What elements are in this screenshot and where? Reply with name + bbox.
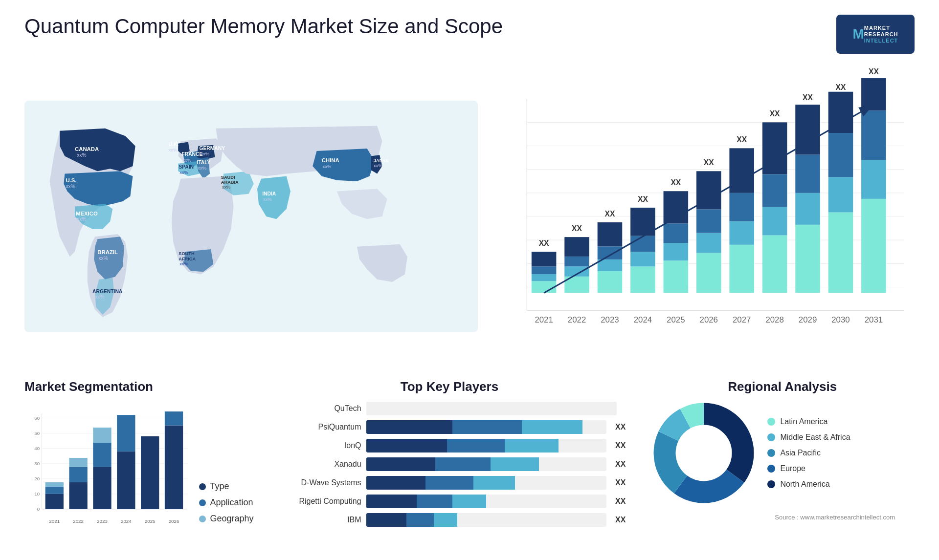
- svg-text:2023: 2023: [601, 315, 619, 324]
- svg-text:2023: 2023: [97, 518, 108, 524]
- svg-rect-64: [664, 223, 689, 243]
- svg-rect-82: [795, 225, 820, 293]
- svg-text:xx%: xx%: [198, 166, 206, 171]
- latin-america-label: Latin America: [780, 417, 827, 426]
- svg-rect-78: [762, 207, 787, 236]
- svg-text:FRANCE: FRANCE: [181, 151, 202, 157]
- players-section: Top Key Players QuTech PsiQuantum: [264, 374, 636, 555]
- svg-rect-45: [532, 252, 557, 266]
- player-row-psiquantum: PsiQuantum XX: [273, 420, 626, 434]
- svg-text:SOUTH: SOUTH: [179, 251, 195, 256]
- svg-rect-125: [45, 494, 64, 509]
- svg-rect-77: [762, 236, 787, 293]
- svg-rect-54: [598, 246, 623, 259]
- svg-text:xx%: xx%: [77, 152, 86, 158]
- player-name-rigetti: Rigetti Computing: [273, 497, 361, 506]
- player-name-ionq: IonQ: [273, 441, 361, 450]
- geography-label: Geography: [210, 514, 253, 524]
- svg-rect-48: [564, 266, 589, 276]
- application-dot: [199, 499, 206, 506]
- svg-rect-43: [532, 274, 557, 281]
- svg-rect-90: [828, 92, 853, 133]
- svg-text:xx%: xx%: [182, 158, 191, 163]
- svg-rect-83: [795, 193, 820, 225]
- svg-rect-68: [696, 233, 721, 253]
- svg-text:xx%: xx%: [77, 216, 86, 222]
- player-bar-psiquantum: [366, 420, 606, 434]
- seg-chart: 0 10 20 30 40 50 60 2021: [24, 402, 189, 538]
- svg-text:2024: 2024: [121, 518, 132, 524]
- svg-text:2022: 2022: [568, 315, 586, 324]
- player-val-xanadu: XX: [615, 460, 626, 469]
- svg-text:XX: XX: [737, 135, 747, 144]
- player-val-rigetti: XX: [615, 497, 626, 506]
- player-name-qutech: QuTech: [273, 404, 361, 413]
- svg-rect-92: [861, 199, 886, 293]
- svg-rect-50: [564, 237, 589, 257]
- svg-text:2026: 2026: [700, 315, 718, 324]
- svg-text:SAUDI: SAUDI: [221, 175, 235, 180]
- svg-text:XX: XX: [539, 239, 549, 247]
- segmentation-section: Market Segmentation 0: [20, 374, 259, 555]
- svg-text:XX: XX: [704, 158, 714, 167]
- legend-application: Application: [199, 497, 253, 508]
- seg-chart-svg: 0 10 20 30 40 50 60 2021: [24, 402, 189, 538]
- player-row-rigetti: Rigetti Computing XX: [273, 495, 626, 508]
- bar-chart-svg: XX XX XX: [497, 64, 910, 369]
- page-header: Quantum Computer Memory Market Size and …: [0, 0, 939, 59]
- player-val-psiquantum: XX: [615, 423, 626, 431]
- svg-rect-42: [532, 281, 557, 293]
- svg-rect-57: [630, 266, 655, 293]
- reg-asia-pacific: Asia Pacific: [767, 449, 850, 457]
- svg-text:ARABIA: ARABIA: [221, 180, 239, 185]
- asia-pacific-dot: [767, 449, 775, 457]
- svg-text:xx%: xx%: [323, 164, 332, 169]
- svg-rect-67: [696, 253, 721, 293]
- svg-rect-127: [45, 482, 64, 487]
- source-text: Source : www.marketresearchintellect.com: [650, 512, 915, 523]
- main-content: CANADA xx% U.S. xx% MEXICO xx% BRAZIL xx…: [0, 59, 939, 560]
- svg-rect-135: [93, 428, 111, 443]
- middle-east-dot: [767, 433, 775, 441]
- svg-text:xx%: xx%: [98, 256, 108, 261]
- svg-text:2027: 2027: [733, 315, 751, 324]
- player-val-ibm: XX: [615, 516, 626, 524]
- svg-text:50: 50: [34, 431, 40, 436]
- svg-rect-126: [45, 487, 64, 494]
- svg-rect-69: [696, 210, 721, 233]
- svg-text:40: 40: [34, 446, 40, 451]
- svg-rect-138: [117, 415, 135, 452]
- regional-title: Regional Analysis: [650, 379, 915, 394]
- geography-dot: [199, 516, 206, 522]
- svg-rect-130: [69, 467, 87, 482]
- north-america-label: North America: [780, 480, 829, 489]
- svg-rect-140: [141, 436, 159, 509]
- svg-text:xx%: xx%: [201, 151, 210, 156]
- svg-text:2026: 2026: [169, 518, 179, 524]
- svg-rect-95: [861, 78, 886, 110]
- svg-text:2028: 2028: [766, 315, 784, 324]
- svg-rect-142: [165, 426, 183, 509]
- bar-chart-section: XX XX XX: [492, 59, 919, 374]
- svg-text:10: 10: [34, 491, 40, 496]
- player-bar-ionq: [366, 439, 606, 452]
- europe-dot: [767, 465, 775, 473]
- regional-legend: Latin America Middle East & Africa Asia …: [767, 417, 850, 489]
- segmentation-title: Market Segmentation: [24, 379, 254, 394]
- svg-rect-89: [828, 133, 853, 177]
- reg-middle-east: Middle East & Africa: [767, 433, 850, 442]
- player-row-ionq: IonQ XX: [273, 439, 626, 452]
- seg-legend: Type Application Geography: [199, 481, 253, 538]
- svg-rect-49: [564, 257, 589, 266]
- svg-text:20: 20: [34, 476, 40, 481]
- donut-svg: [650, 399, 758, 507]
- logo-text: MARKET RESEARCH INTELLECT: [864, 25, 898, 43]
- player-val-dwave: XX: [615, 478, 626, 487]
- svg-rect-137: [117, 452, 135, 509]
- player-name-xanadu: Xanadu: [273, 460, 361, 469]
- player-row-ibm: IBM XX: [273, 513, 626, 527]
- player-bar-xanadu: [366, 457, 606, 471]
- svg-rect-62: [664, 260, 689, 293]
- svg-text:xx%: xx%: [95, 294, 104, 300]
- page-title: Quantum Computer Memory Market Size and …: [24, 15, 503, 38]
